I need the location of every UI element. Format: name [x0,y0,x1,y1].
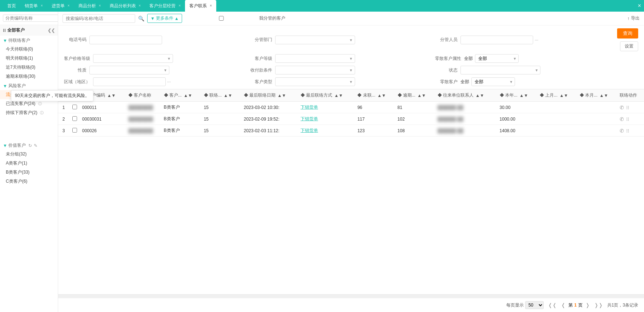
row-last-method[interactable]: 下销货单 [298,125,355,137]
phone-action-icon[interactable]: ✆ [620,105,624,110]
col-action: 联络动作 [617,89,644,102]
close-customer-contact-tab[interactable]: × [210,0,212,12]
col-contact-count: ◆ 联络... ▲▼ [202,89,242,102]
payment-select[interactable] [275,66,355,74]
sidebar-item-a-class[interactable]: A类客户(1) [0,159,58,168]
advanced-filter-panel: 电话号码 分管部门 ▼ 分管人员 ··· [58,25,644,89]
my-customers-check[interactable] [185,16,258,21]
row-code: 000011 [80,102,126,113]
my-customers-checkbox[interactable]: 我分管的客户 [185,15,285,21]
payment-field: 收付款条件 ▼ [250,66,424,74]
search-button[interactable]: 🔍 [138,16,144,21]
sort-last-month-icon[interactable]: ▲▼ [559,93,568,98]
row-no-contact: 117 [355,113,395,125]
sort-no-contact-icon[interactable]: ▲▼ [377,93,386,98]
h-scrollbar[interactable] [58,294,644,298]
sidebar-item-b-class[interactable]: B类客户(33) [0,168,58,177]
row-last-method[interactable]: 下销货单 [298,102,355,113]
sort-last-method-icon[interactable]: ▲▼ [334,93,343,98]
sort-contact-person-icon[interactable]: ▲▼ [475,93,484,98]
sort-last-date-icon[interactable]: ▲▼ [277,93,286,98]
region-dots-button[interactable]: ··· [167,79,171,84]
sidebar-item-today[interactable]: 今天待联络(0) [0,45,58,54]
phone-input[interactable] [89,36,162,44]
sidebar-group-value[interactable]: ▼ 价值客户 ↻ ✎ [0,141,58,150]
customer-grade-select[interactable] [275,54,355,63]
sort-this-month-icon[interactable]: ▲▼ [600,93,608,98]
more-action-icon[interactable]: ⁝⁝ [626,105,629,110]
more-action-icon[interactable]: ⁝⁝ [626,116,629,122]
sort-code-icon[interactable]: ▲▼ [107,93,116,98]
row-contact-person: ██████ ██ [435,102,498,113]
sidebar-item-tomorrow[interactable]: 明天待联络(1) [0,54,58,63]
collapse-icon[interactable]: ❮❮ [48,28,55,33]
query-button[interactable]: 查询 [617,28,638,39]
row-checkbox[interactable] [69,125,80,137]
close-product-tab[interactable]: × [99,0,101,12]
close-all-icon[interactable]: × [638,3,641,9]
settings-button[interactable]: 设置 [620,41,638,51]
phone-action-icon[interactable]: ✆ [620,128,624,134]
sidebar-search-input[interactable] [3,15,58,22]
sort-contact-count-icon[interactable]: ▲▼ [224,93,232,98]
sort-this-year-icon[interactable]: ▲▼ [519,93,528,98]
nature-select[interactable] [89,66,169,74]
col-type: ◆ 客户... ▲▼ [162,89,202,102]
retail-customer-select[interactable]: 全部 [471,77,515,86]
last-page-button[interactable]: ❭❭ [593,301,604,309]
row-last-date: 2023-02-03 11:12: [242,125,298,137]
sort-overdue-icon[interactable]: ▲▼ [417,93,426,98]
row-checkbox[interactable] [69,113,80,125]
retail-attr-select[interactable]: 全部 [475,54,519,63]
next-page-button[interactable]: ❭ [584,301,591,309]
close-purchase-tab[interactable]: × [68,0,70,12]
filter-row-1: 电话号码 分管部门 ▼ 分管人员 ··· [64,28,638,51]
row-type: B类客户 [162,113,202,125]
prev-page-button[interactable]: ❬ [560,301,567,309]
search-input[interactable] [63,14,135,23]
phone-action-icon[interactable]: ✆ [620,116,624,122]
tab-product-analysis[interactable]: 商品分析 × [74,0,105,12]
sidebar-item-overdue[interactable]: 逾期未联络(30) [0,72,58,81]
first-page-button[interactable]: ❬❬ [547,301,558,309]
sidebar-group-risk[interactable]: ▼ 风险客户 [0,81,58,90]
row-last-method[interactable]: 下销货单 [298,113,355,125]
close-sales-tab[interactable]: × [41,0,43,12]
row-contact-count: 15 [202,102,242,113]
row-contact-person: ██████ ██ [435,113,498,125]
refresh-icon[interactable]: ↻ [28,143,32,148]
tab-product-list[interactable]: 商品分析列表 × [105,0,145,12]
sidebar-item-c-class[interactable]: C类客户(6) [0,177,58,186]
filter-row-3: 性质 ▼ 收付款条件 ▼ [64,66,638,74]
sort-type-icon[interactable]: ▲▼ [184,93,192,98]
customer-type-select[interactable] [275,77,355,86]
dept-select[interactable] [275,36,355,44]
more-action-icon[interactable]: ⁝⁝ [626,128,629,134]
all-customers-header[interactable]: ⁝⁝ 全部客户 ❮❮ [0,25,58,36]
price-grade-select[interactable] [93,54,173,63]
more-conditions-button[interactable]: ▼ 更多条件 ▲ [147,14,182,23]
per-page-select[interactable]: 10 20 50 100 [525,301,544,309]
status-select[interactable] [460,66,540,74]
sidebar-item-7days[interactable]: 近7天待联络(0) [0,63,58,72]
sidebar-item-declining[interactable]: 持续下滑客户(2) ⓘ [0,108,58,117]
close-customer-layer-tab[interactable]: × [178,0,181,12]
filter-row-4: 区域（地区） ··· 客户类型 ▼ 零散客户 全部 [64,77,638,86]
sidebar-group-pending[interactable]: ▼ 待联络客户 [0,36,58,45]
tab-home[interactable]: 首页 [3,0,20,12]
row-overdue: 108 [395,125,435,137]
row-action: ✆ ⁝⁝ [617,125,644,137]
tab-purchase[interactable]: 进货单 × [47,0,74,12]
tab-customer-layer[interactable]: 客户分层经营 × [145,0,185,12]
region-input[interactable] [93,77,166,86]
tab-sales[interactable]: 销货单 × [20,0,47,12]
export-button[interactable]: ↑ 导出 [627,15,640,21]
tab-customer-contact[interactable]: 客户联系 × [185,0,216,12]
edit-icon[interactable]: ✎ [34,143,37,148]
sidebar-item-unclassified[interactable]: 未分组(32) [0,150,58,159]
manager-dots-button[interactable]: ··· [535,37,538,42]
col-last-method: ◆ 最后联络方式 ▲▼ [298,89,355,102]
close-product-list-tab[interactable]: × [139,0,141,12]
manager-input[interactable] [460,36,533,44]
row-checkbox[interactable] [69,102,80,113]
